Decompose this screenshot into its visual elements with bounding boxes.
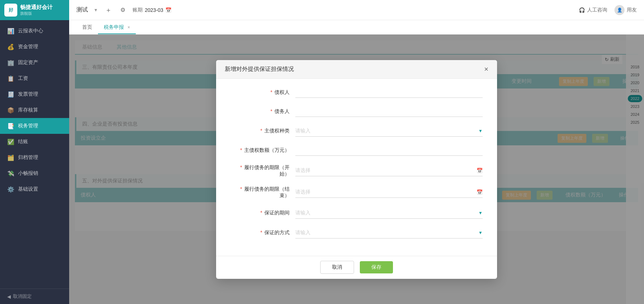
period-selector: 账期 2023-03 📅	[133, 7, 171, 13]
period-end-placeholder: 请选择	[295, 189, 310, 195]
debtor-label: * 债务人	[231, 108, 295, 115]
creditor-input[interactable]	[295, 87, 483, 98]
gongzi-icon: 📋	[7, 75, 14, 82]
form-row-debt-amount: * 主债权数额（万元）	[231, 145, 483, 156]
form-row-guarantee-method: * 保证的方式 请输入 ▼	[231, 227, 483, 239]
user-menu[interactable]: 👤 用友	[614, 5, 637, 15]
modal-header: 新增对外提供保证担保情况 ×	[216, 60, 497, 79]
debtor-field	[295, 106, 483, 117]
period-end-picker[interactable]: 请选择 📅	[295, 187, 483, 198]
debt-type-placeholder: 请输入	[295, 128, 310, 134]
zijin-label: 资金管理	[18, 44, 38, 50]
form-row-period-end: * 履行债务的期限（结束） 请选择 📅	[231, 186, 483, 199]
sidebar-item-fapiao[interactable]: 🧾 发票管理	[0, 86, 69, 102]
sidebar-item-jichushezhi[interactable]: ⚙️ 基础设置	[0, 181, 69, 197]
chevron-down-guarantee-icon: ▼	[478, 210, 483, 215]
modal-overlay: 新增对外提供保证担保情况 × * 债权人	[69, 35, 644, 304]
form-row-period-start: * 履行债务的期限（开始） 请选择 📅	[231, 164, 483, 177]
gudingzichan-icon: 🏢	[7, 59, 14, 66]
sidebar-item-kucun[interactable]: 📦 库存核算	[0, 102, 69, 118]
avatar: 👤	[614, 5, 625, 15]
guarantee-period-field: 请输入 ▼	[295, 208, 483, 219]
guidang-label: 归档管理	[18, 154, 38, 161]
jiezhang-label: 结账	[18, 139, 28, 145]
period-start-placeholder: 请选择	[295, 167, 310, 174]
debt-amount-input[interactable]	[295, 145, 483, 156]
add-icon[interactable]: ＋	[104, 4, 113, 16]
chevron-down-icon: ▼	[478, 128, 483, 133]
shuiwu-label: 税务管理	[18, 123, 38, 129]
period-start-field: 请选择 📅	[295, 165, 483, 176]
guarantee-method-placeholder: 请输入	[295, 230, 310, 236]
sidebar-item-zijin[interactable]: 💰 资金管理	[0, 39, 69, 55]
guarantee-period-label: * 保证的期间	[231, 210, 295, 216]
debtor-input[interactable]	[295, 106, 483, 117]
guarantee-method-select[interactable]: 请输入 ▼	[295, 227, 483, 239]
form-row-debt-type: * 主债权种类 请输入 ▼	[231, 126, 483, 137]
main-area: 测试 ▼ ＋ ⚙ 账期 2023-03 📅 🎧 人工咨询 👤 用友	[69, 0, 644, 304]
period-label: 账期	[133, 7, 143, 13]
modal-close-button[interactable]: ×	[484, 65, 488, 73]
guarantee-method-field: 请输入 ▼	[295, 227, 483, 239]
creditor-field	[295, 87, 483, 98]
support-button[interactable]: 🎧 人工咨询	[579, 7, 607, 13]
jichushezhi-label: 基础设置	[18, 186, 38, 192]
yunbaobiao-label: 云报表中心	[18, 28, 43, 34]
calendar-start-icon: 📅	[477, 168, 483, 173]
logo-icon: 好	[4, 4, 17, 17]
page-content: 基础信息 其他信息 三、有限责任公司本年度 变更时间 复制上年度 新增 操作	[69, 35, 644, 304]
logo-title: 畅捷通好会计	[20, 4, 53, 11]
chevron-down-method-icon: ▼	[478, 230, 483, 235]
jiezhang-icon: ✅	[7, 138, 14, 145]
tab-close-icon[interactable]: ×	[128, 25, 130, 30]
guarantee-period-placeholder: 请输入	[295, 210, 310, 216]
save-button[interactable]: 保存	[360, 261, 393, 273]
form-row-debtor: * 债务人	[231, 106, 483, 117]
tab-shuiwushenb[interactable]: 税务申报 ×	[98, 21, 136, 34]
debt-amount-label: * 主债权数额（万元）	[231, 147, 295, 154]
chevron-down-icon[interactable]: ▼	[94, 8, 98, 13]
sidebar-item-jiezhang[interactable]: ✅ 结账	[0, 134, 69, 150]
xiaochangbaoxiao-icon: 💸	[7, 170, 14, 177]
zijin-icon: 💰	[7, 43, 14, 50]
sidebar: 好 畅捷通好会计 旗舰版 📊 云报表中心 💰 资金管理 🏢 固定资产 📋 工资	[0, 0, 69, 304]
tab-home[interactable]: 首页	[76, 21, 98, 34]
modal-body: * 债权人 * 债务人	[216, 79, 497, 256]
sidebar-item-guidang[interactable]: 🗂️ 归档管理	[0, 150, 69, 165]
debt-type-field: 请输入 ▼	[295, 126, 483, 137]
guarantee-period-select[interactable]: 请输入 ▼	[295, 208, 483, 219]
debt-type-select[interactable]: 请输入 ▼	[295, 126, 483, 137]
sidebar-footer[interactable]: ◀ 取消固定	[0, 289, 69, 304]
sidebar-item-gudingzichan[interactable]: 🏢 固定资产	[0, 55, 69, 71]
sidebar-item-gongzi[interactable]: 📋 工资	[0, 71, 69, 86]
sidebar-item-shuiwu[interactable]: 📑 税务管理	[0, 118, 69, 134]
period-start-picker[interactable]: 请选择 📅	[295, 165, 483, 176]
headset-icon: 🎧	[579, 7, 585, 13]
logo-label: 畅捷通好会计 旗舰版	[20, 4, 53, 16]
cancel-fixed-label: 取消固定	[13, 293, 32, 300]
sidebar-logo[interactable]: 好 畅捷通好会计 旗舰版	[0, 0, 69, 20]
fapiao-label: 发票管理	[18, 91, 38, 97]
sidebar-item-xiaochangbaoxiao[interactable]: 💸 小畅报销	[0, 165, 69, 181]
cancel-button[interactable]: 取消	[320, 261, 354, 274]
gongzi-label: 工资	[18, 75, 28, 82]
period-end-label: * 履行债务的期限（结束）	[231, 186, 295, 199]
calendar-icon[interactable]: 📅	[165, 7, 171, 13]
sidebar-nav: 📊 云报表中心 💰 资金管理 🏢 固定资产 📋 工资 🧾 发票管理 📦	[0, 20, 69, 289]
guarantee-method-label: * 保证的方式	[231, 230, 295, 236]
debt-amount-field	[295, 145, 483, 156]
gudingzichan-label: 固定资产	[18, 59, 38, 66]
sidebar-item-yunbaobiao[interactable]: 📊 云报表中心	[0, 23, 69, 39]
xiaochangbaoxiao-label: 小畅报销	[18, 170, 38, 177]
shuiwu-icon: 📑	[7, 122, 14, 130]
logo-edition: 旗舰版	[20, 11, 53, 16]
support-label: 人工咨询	[587, 7, 607, 13]
period-value: 2023-03	[145, 7, 163, 13]
modal-title: 新增对外提供保证担保情况	[225, 65, 294, 73]
cancel-fixed-icon: ◀	[7, 294, 11, 299]
form-row-creditor: * 债权人	[231, 87, 483, 98]
period-end-field: 请选择 📅	[295, 187, 483, 198]
fapiao-icon: 🧾	[7, 91, 14, 98]
settings-icon[interactable]: ⚙	[119, 5, 127, 15]
jichushezhi-icon: ⚙️	[7, 186, 14, 193]
